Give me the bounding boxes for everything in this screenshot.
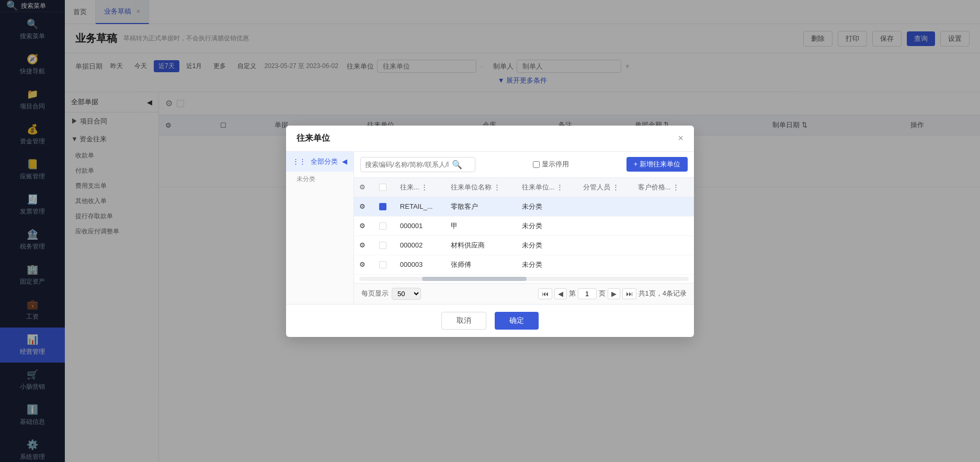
row-category: 未分类: [517, 255, 578, 274]
row-check-4[interactable]: [379, 261, 386, 268]
dcol-checkbox: [374, 178, 395, 197]
confirm-button[interactable]: 确定: [495, 312, 539, 330]
table-row[interactable]: ⚙ 000001 甲 未分类: [354, 216, 694, 235]
row-settings: ⚙: [354, 197, 374, 216]
partner-dialog: 往来单位 × ⋮⋮ 全部分类 ◀ 未分类: [286, 126, 694, 337]
row-settings: ⚙: [354, 235, 374, 255]
row-check-3[interactable]: [379, 242, 386, 249]
row-price: [633, 197, 694, 216]
total-info: 共1页，4条记录: [639, 289, 687, 298]
dialog-sidebar: ⋮⋮ 全部分类 ◀ 未分类: [286, 152, 354, 304]
next-page-btn[interactable]: ▶: [608, 288, 620, 299]
table-row[interactable]: ⚙ RETAIL_... 零散客户 未分类: [354, 197, 694, 216]
prev-page-btn[interactable]: ◀: [554, 288, 567, 299]
row-checkbox[interactable]: [374, 216, 395, 235]
row-code: RETAIL_...: [395, 197, 446, 216]
show-disabled-label: 显示停用: [542, 160, 569, 169]
collapse-arrow: ◀: [342, 157, 347, 165]
row-manager: [578, 197, 633, 216]
last-page-btn[interactable]: ⏭: [622, 288, 636, 299]
modal-overlay: 往来单位 × ⋮⋮ 全部分类 ◀ 未分类: [0, 0, 980, 462]
dialog-footer-bar: 每页显示 50 100 200 ⏮ ◀ 第 页 ▶: [354, 283, 694, 304]
dcol-all-checkbox[interactable]: [379, 184, 386, 191]
row-name: 张师傅: [446, 255, 516, 274]
table-row[interactable]: ⚙ 000002 材料供应商 未分类: [354, 235, 694, 255]
row-category: 未分类: [517, 235, 578, 255]
horizontal-scrollbar[interactable]: [359, 277, 689, 281]
dialog-header: 往来单位 ×: [286, 126, 694, 152]
row-price: [633, 255, 694, 274]
row-code: 000001: [395, 216, 446, 235]
row-manager: [578, 235, 633, 255]
show-disabled-toggle[interactable]: 显示停用: [533, 160, 569, 169]
dcol-price: 客户价格... ⋮: [633, 178, 694, 197]
row-settings: ⚙: [354, 216, 374, 235]
dcol-settings: ⚙: [354, 178, 374, 197]
row-manager: [578, 216, 633, 235]
row-name: 材料供应商: [446, 235, 516, 255]
dialog-sidebar-all[interactable]: ⋮⋮ 全部分类 ◀: [286, 152, 354, 172]
row-code: 000003: [395, 255, 446, 274]
settings-icon[interactable]: ⚙: [359, 241, 366, 249]
dialog-close-button[interactable]: ×: [678, 133, 683, 144]
dcol-manager: 分管人员 ⋮: [578, 178, 633, 197]
row-name: 甲: [446, 216, 516, 235]
dialog-toolbar: 🔍 显示停用 + 新增往来单位: [354, 152, 694, 178]
row-code: 000002: [395, 235, 446, 255]
row-settings: ⚙: [354, 255, 374, 274]
search-icon: 🔍: [452, 160, 462, 170]
row-check-1[interactable]: [379, 203, 386, 210]
per-page-section: 每页显示 50 100 200: [361, 288, 421, 300]
row-manager: [578, 255, 633, 274]
table-row[interactable]: ⚙ 000003 张师傅 未分类: [354, 255, 694, 274]
per-page-select[interactable]: 50 100 200: [392, 288, 421, 300]
cancel-button[interactable]: 取消: [441, 312, 486, 330]
settings-icon[interactable]: ⚙: [359, 222, 366, 230]
dialog-sidebar-unclassified[interactable]: 未分类: [286, 172, 354, 187]
page-suffix: 页: [599, 289, 606, 298]
dcol-category: 往来单位... ⋮: [517, 178, 578, 197]
all-category-icon: ⋮⋮: [292, 157, 306, 165]
dialog-body: ⋮⋮ 全部分类 ◀ 未分类 🔍 显示: [286, 152, 694, 304]
row-price: [633, 216, 694, 235]
all-category-label: 全部分类: [311, 157, 338, 166]
unclassified-label: 未分类: [297, 175, 315, 183]
page-prefix: 第: [569, 289, 576, 298]
scrollbar-thumb[interactable]: [422, 277, 527, 281]
dialog-table-wrap: ⚙ 往来... ⋮ 往来单位名称 ⋮ 往来单位... ⋮ 分管人员 ⋮ 客户价格…: [354, 178, 694, 275]
dcol-name: 往来单位名称 ⋮: [446, 178, 516, 197]
row-checkbox[interactable]: [374, 197, 395, 216]
settings-icon[interactable]: ⚙: [359, 261, 366, 268]
dialog-actions: 取消 确定: [286, 304, 694, 337]
row-name: 零散客户: [446, 197, 516, 216]
dialog-main: 🔍 显示停用 + 新增往来单位 ⚙: [354, 152, 694, 304]
dialog-title: 往来单位: [297, 133, 330, 144]
page-input[interactable]: [578, 288, 597, 299]
first-page-btn[interactable]: ⏮: [538, 288, 552, 299]
row-checkbox[interactable]: [374, 235, 395, 255]
page-nav: ⏮ ◀ 第 页 ▶ ⏭ 共1页，4条记录: [538, 288, 687, 299]
row-check-2[interactable]: [379, 222, 386, 230]
dialog-table: ⚙ 往来... ⋮ 往来单位名称 ⋮ 往来单位... ⋮ 分管人员 ⋮ 客户价格…: [354, 178, 694, 275]
per-page-label: 每页显示: [361, 289, 389, 298]
row-checkbox[interactable]: [374, 255, 395, 274]
search-box: 🔍: [360, 157, 475, 172]
row-category: 未分类: [517, 197, 578, 216]
show-disabled-checkbox[interactable]: [533, 161, 540, 168]
row-category: 未分类: [517, 216, 578, 235]
add-partner-button[interactable]: + 新增往来单位: [626, 157, 688, 172]
row-price: [633, 235, 694, 255]
dcol-code: 往来... ⋮: [395, 178, 446, 197]
settings-icon[interactable]: ⚙: [359, 202, 366, 210]
search-input[interactable]: [365, 161, 449, 168]
